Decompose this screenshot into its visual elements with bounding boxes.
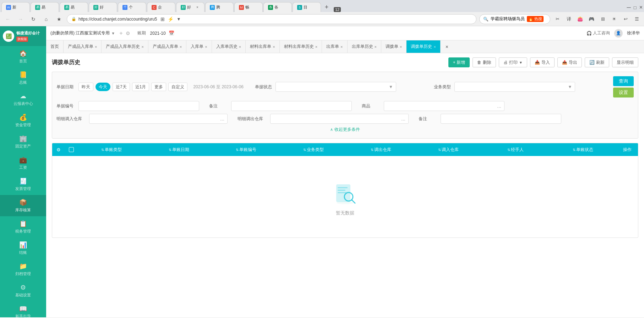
th-doc-status[interactable]: ⇅ 单账状态 (549, 147, 617, 153)
nav-tab-product-in-history[interactable]: 产成品入库单历史 × (102, 40, 148, 53)
detail-in-dots-icon[interactable]: ... (220, 116, 224, 122)
nav-tab-material-out-close[interactable]: × (273, 45, 275, 49)
close-all-tabs-button[interactable]: × (442, 42, 452, 52)
nav-tab-material-out-history[interactable]: 材料出库单历史 × (280, 40, 322, 53)
setting-button[interactable]: 设置 (613, 88, 634, 97)
custom-button[interactable]: 自定义 (168, 83, 187, 91)
yesterday-button[interactable]: 昨天 (78, 83, 93, 91)
refresh-action-button[interactable]: 🔄 刷新 (585, 57, 609, 67)
menu-icon[interactable]: ☰ (633, 15, 641, 23)
lightning-icon[interactable]: ⚡ (168, 16, 174, 22)
th-out-warehouse[interactable]: ⇅ 调出仓库 (347, 147, 415, 153)
sidebar-item-home[interactable]: 🏠 首页 (0, 46, 46, 67)
print-button[interactable]: 🖨 打印 ▼ (499, 57, 527, 67)
th-handler[interactable]: ⇅ 经手人 (482, 147, 550, 153)
maximize-button[interactable]: □ (634, 5, 637, 10)
th-doc-type[interactable]: ⇅ 单账类型 (78, 147, 145, 153)
grid-icon[interactable]: ⊞ (160, 16, 165, 22)
user-avatar[interactable]: 👤 (614, 29, 623, 38)
home-button[interactable]: ⌂ (41, 14, 51, 24)
new-button[interactable]: + 新增 (448, 57, 470, 67)
nav-tab-home[interactable]: 首页 (46, 40, 64, 53)
new-tab-button[interactable]: + (322, 2, 332, 12)
display-button[interactable]: 显示明细 (612, 57, 638, 67)
sidebar-item-invoice[interactable]: 🧾 发票管理 (0, 174, 46, 195)
nav-tab-product-in2[interactable]: 产成品入库单 × (148, 40, 186, 53)
remark-input[interactable] (231, 101, 352, 111)
goods-input-area[interactable]: ... (384, 101, 504, 111)
nav-tab-in-single-history-close[interactable]: × (239, 45, 241, 49)
nav-tab-product-in-close[interactable]: × (95, 45, 97, 49)
minimize-button[interactable]: ─ (627, 4, 631, 11)
th-doc-date[interactable]: ⇅ 单账日期 (145, 147, 213, 153)
sidebar-item-archive[interactable]: 📁 归档管理 (0, 259, 46, 280)
today-button[interactable]: 今天 (95, 83, 110, 91)
sun-icon[interactable]: ☀ (610, 15, 618, 23)
browser-tab-7-close[interactable]: × (195, 5, 200, 10)
remark2-input[interactable] (441, 114, 561, 124)
wallet-icon[interactable]: 👛 (576, 15, 584, 23)
nav-tab-transfer[interactable]: 调拨单 × (381, 40, 406, 53)
nav-tab-transfer-history-close[interactable]: × (433, 45, 436, 49)
th-doc-number[interactable]: ⇅ 单账编号 (213, 147, 280, 153)
settings-gear-icon[interactable]: ⚙ (126, 30, 130, 36)
detail-in-input[interactable]: ... (89, 114, 228, 124)
collapse-button[interactable]: ∧ 收起更多条件 (56, 125, 634, 134)
week-button[interactable]: 近7天 (113, 83, 130, 91)
delete-button[interactable]: 🗑 删除 (473, 57, 496, 67)
detail-out-dots-icon[interactable]: ... (401, 116, 405, 122)
nav-tab-material-out-history-close[interactable]: × (315, 45, 317, 49)
export-button[interactable]: 📤 导出 (557, 57, 582, 67)
sidebar-item-tax[interactable]: 📋 税务管理 (0, 216, 46, 238)
browser-tab-1[interactable]: W 新 (1, 2, 30, 12)
sidebar-item-checkout[interactable]: 📊 结账 (0, 238, 46, 259)
detail-out-input[interactable]: ... (270, 114, 409, 124)
company-dropdown-icon[interactable]: ▼ (111, 31, 115, 35)
back-button[interactable]: ← (3, 14, 13, 24)
nav-tab-out-single-history-close[interactable]: × (375, 45, 377, 49)
print-dropdown-icon[interactable]: ▼ (519, 61, 523, 65)
company-select[interactable]: (勿删勿禁用) 江西服宝测试专用 ▼ (50, 30, 115, 36)
nav-tab-material-out[interactable]: 材料出库单 × (246, 40, 279, 53)
nav-tab-product-in2-close[interactable]: × (180, 45, 182, 49)
undo-icon[interactable]: ↩ (621, 15, 630, 23)
nav-tab-in-single[interactable]: 入库单 × (186, 40, 212, 53)
browser-tab-9[interactable]: M 畅 (234, 2, 263, 12)
translate-icon[interactable]: 译 (564, 15, 573, 23)
apps-icon[interactable]: ⊞ (599, 15, 607, 23)
browser-tab-8[interactable]: 腾 腾 (205, 2, 234, 12)
close-button[interactable]: × (639, 4, 643, 11)
browser-tab-6[interactable]: C 企 (147, 2, 175, 12)
th-in-warehouse[interactable]: ⇅ 调入仓库 (415, 147, 482, 153)
sidebar-item-capital[interactable]: 💰 资金管理 (0, 110, 46, 131)
doc-number-input[interactable] (78, 101, 199, 111)
service-button[interactable]: 🎧 人工咨询 (586, 30, 610, 36)
sidebar-item-ledger[interactable]: 📒 总账 (0, 67, 46, 89)
calendar-icon[interactable]: 📅 (169, 30, 174, 36)
sidebar-item-wages[interactable]: 💼 工资 (0, 152, 46, 174)
status-select[interactable]: ▼ (275, 82, 396, 92)
sidebar-item-inventory[interactable]: 📦 库存核算 (0, 195, 46, 216)
nav-tab-transfer-history[interactable]: 调拨单历史 × (406, 40, 440, 53)
th-settings-icon[interactable]: ⚙ (52, 147, 65, 152)
nav-tab-out-single-close[interactable]: × (340, 45, 343, 49)
browser-tab-2[interactable]: 易 易 (31, 2, 59, 12)
browser-tab-11[interactable]: S 目 (293, 2, 321, 12)
sidebar-item-reports[interactable]: ☁ 云报表中心 (0, 89, 46, 110)
query-button[interactable]: 查询 (613, 76, 634, 86)
sidebar-item-settings[interactable]: ⚙ 基础设置 (0, 280, 46, 301)
business-type-select[interactable]: ▼ (454, 82, 575, 92)
browser-tab-5[interactable]: 个 个 (118, 2, 146, 12)
sidebar-item-guide[interactable]: 📖 新手引导 (0, 301, 46, 317)
nav-tab-product-in-history-close[interactable]: × (141, 45, 143, 49)
nav-tab-out-single-history[interactable]: 出库单历史 × (348, 40, 381, 53)
scissors-icon[interactable]: ✂ (553, 15, 562, 23)
more-button[interactable]: 更多 (151, 83, 166, 91)
th-business-type[interactable]: ⇅ 业务类型 (280, 147, 347, 153)
nav-tab-in-single-close[interactable]: × (205, 45, 207, 49)
month-button[interactable]: 近1月 (132, 83, 149, 91)
browser-tab-4[interactable]: 好 好 (89, 2, 117, 12)
browser-tab-10[interactable]: 各 各 (263, 2, 292, 12)
browser-tab-3[interactable]: 易 易 (60, 2, 88, 12)
goods-dots-icon[interactable]: ... (497, 103, 501, 109)
